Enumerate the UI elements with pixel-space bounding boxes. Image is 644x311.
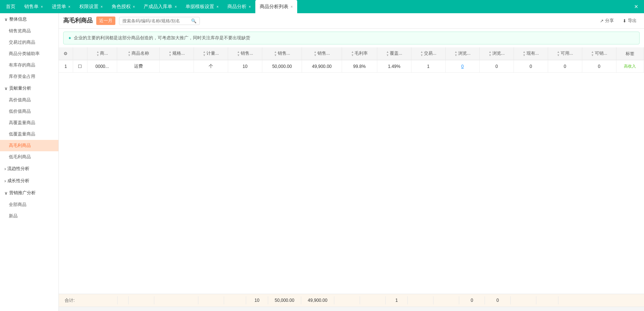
footer-label: 合计: (59, 297, 103, 304)
search-icon[interactable]: 🔍 (191, 18, 197, 23)
cell-browse1: 0 (445, 60, 479, 73)
sidebar-group-growth[interactable]: ›成长性分析 (0, 175, 58, 187)
col-header-gross-rate[interactable]: ▲▼毛利率 (342, 47, 377, 60)
col-header-browse1[interactable]: ▲▼浏览... (445, 47, 479, 60)
share-button[interactable]: ↗ 分享 (597, 16, 617, 25)
cell-gross-rate: 99.8% (342, 60, 377, 73)
nav-tab-label-role: 角色授权 (112, 3, 131, 10)
nav-tab-close-purchase[interactable]: × (68, 5, 71, 9)
sort-icon-name: ▲▼ (128, 50, 131, 57)
nav-tab-product-entry[interactable]: 产成品入库单× (139, 0, 181, 13)
sidebar-item-low-value[interactable]: 低价值商品 (0, 106, 58, 117)
sidebar-item-low-freq[interactable]: 低覆盖量商品 (0, 129, 58, 140)
cell-num: 1 (59, 60, 73, 73)
nav-tab-role[interactable]: 角色授权× (107, 0, 140, 13)
sort-icon-available: ▲▼ (557, 50, 560, 57)
arrow-icon-overall: ∨ (4, 17, 8, 22)
sidebar-item-high-margin[interactable]: 高毛利商品 (0, 140, 58, 151)
sidebar-group-overall[interactable]: ∨整体信息 (0, 13, 58, 25)
col-header-browse2[interactable]: ▲▼浏览... (479, 47, 514, 60)
sort-icon-current-stock: ▲▼ (523, 50, 526, 57)
sidebar-item-sales-goods[interactable]: 销售览商品 (0, 25, 58, 37)
filter-recent-month-button[interactable]: 近一月 (96, 17, 115, 25)
sidebar-group-label-growth: 成长性分析 (7, 178, 29, 184)
tag-badge: 高收入 (624, 64, 636, 68)
nav-tab-close-template[interactable]: × (216, 5, 219, 9)
nav-tab-permission[interactable]: 权限设置× (75, 0, 107, 13)
bottom-scrollbar[interactable] (59, 307, 644, 311)
sort-icon-coverage: ▲▼ (386, 50, 389, 57)
cell-sales-qty: 10 (228, 60, 262, 73)
col-header-sales-cost[interactable]: ▲▼销售... (302, 47, 342, 60)
cell-saleable: 0 (582, 60, 616, 73)
nav-tab-close-analysis[interactable]: × (249, 5, 251, 9)
cell-code: 0000... (87, 60, 117, 73)
header-actions: ↗ 分享 ⬇ 导出 (597, 16, 640, 25)
col-header-current-stock[interactable]: ▲▼现有... (514, 47, 548, 60)
nav-tab-close-sales[interactable]: × (41, 5, 43, 9)
nav-tab-sales[interactable]: 销售单× (20, 0, 47, 13)
arrow-icon-marketing: ∨ (4, 191, 8, 196)
col-header-available[interactable]: ▲▼可用... (548, 47, 582, 60)
col-header-sales-amount[interactable]: ▲▼销售... (262, 47, 302, 60)
table-container: ⚙▲▼商...▲▼商品名称▲▼规格...▲▼计量...▲▼销售...▲▼销售..… (59, 47, 644, 294)
nav-tab-close-analysis-list[interactable]: × (291, 5, 293, 9)
sort-icon-sales-qty: ▲▼ (237, 50, 240, 57)
sidebar-group-profit[interactable]: ∨贡献量分析 (0, 82, 58, 94)
sidebar-item-stocked-goods[interactable]: 有库存的商品 (0, 59, 58, 71)
col-header-saleable[interactable]: ▲▼可销... (582, 47, 616, 60)
sidebar-item-high-value[interactable]: 高价值商品 (0, 94, 58, 106)
sidebar-group-marketing[interactable]: ∨营销推广分析 (0, 187, 58, 199)
sidebar-item-label-all-goods: 全部商品 (9, 202, 26, 207)
nav-tab-label-permission: 权限设置 (79, 3, 98, 10)
info-banner: ✦ 企业的主要的利润都是这部分商品创造的，可考虑加大推广，同时关注库存是不要出现… (63, 32, 640, 44)
col-header-transaction[interactable]: ▲▼交易... (411, 47, 445, 60)
col-header-coverage[interactable]: ▲▼覆盖... (377, 47, 411, 60)
col-header-spec[interactable]: ▲▼规格... (160, 47, 194, 60)
sidebar-item-stock-capital[interactable]: 库存资金占用 (0, 71, 58, 82)
cell-name: 运费 (117, 60, 160, 73)
col-header-name[interactable]: ▲▼商品名称 (117, 47, 160, 60)
sidebar-group-trend[interactable]: ›流趋性分析 (0, 163, 58, 175)
sidebar-item-category-assist[interactable]: 商品分类辅助率 (0, 48, 58, 59)
nav-tab-analysis-list[interactable]: 商品分析列表× (255, 0, 297, 13)
window-close-button[interactable]: × (630, 0, 643, 13)
col-header-code[interactable]: ▲▼商... (87, 47, 117, 60)
sort-icon-sales-amount: ▲▼ (274, 50, 277, 57)
sidebar-item-low-margin[interactable]: 低毛利商品 (0, 151, 58, 163)
footer-cell-4 (198, 296, 224, 304)
nav-tab-close-role[interactable]: × (133, 5, 135, 9)
footer-cell-5 (224, 296, 246, 304)
sidebar-item-new-goods[interactable]: 新品 (0, 210, 58, 222)
content-area: 高毛利商品 近一月 🔍 ↗ 分享 ⬇ 导出 ✦ 企业的主要的利润都是这部分商品创… (59, 13, 644, 311)
nav-tab-home[interactable]: 首页 (1, 0, 20, 13)
cell-checkbox[interactable]: ☐ (73, 60, 87, 73)
table-footer: 合计: 1050,000.0049,900.00100 (59, 294, 644, 307)
nav-tab-close-permission[interactable]: × (101, 5, 103, 9)
sidebar-item-label-stock-capital: 库存资金占用 (9, 74, 35, 79)
footer-cell-11: 1 (386, 296, 408, 304)
cell-available: 0 (548, 60, 582, 73)
nav-tab-purchase[interactable]: 进货单× (47, 0, 75, 13)
nav-tab-template[interactable]: 单据模板设置× (181, 0, 223, 13)
sidebar-item-traded-goods[interactable]: 交易过的商品 (0, 37, 58, 48)
col-header-checkbox (73, 47, 87, 60)
footer-cell-10 (360, 296, 386, 304)
export-button[interactable]: ⬇ 导出 (620, 16, 640, 25)
link-value[interactable]: 0 (461, 64, 464, 69)
sidebar-item-high-freq[interactable]: 高覆盖量商品 (0, 117, 58, 129)
search-box[interactable]: 🔍 (119, 17, 200, 25)
cell-transaction: 1 (411, 60, 445, 73)
sidebar-item-label-category-assist: 商品分类辅助率 (9, 51, 40, 56)
col-header-sales-qty[interactable]: ▲▼销售... (228, 47, 262, 60)
col-header-unit[interactable]: ▲▼计量... (194, 47, 228, 60)
cell-spec (160, 60, 194, 73)
table-row: 1☐0000...运费个1050,000.0049,900.0099.8%1.4… (59, 60, 644, 73)
nav-tab-label-analysis-list: 商品分析列表 (260, 3, 288, 10)
sidebar-item-all-goods[interactable]: 全部商品 (0, 199, 58, 210)
search-input[interactable] (122, 18, 190, 23)
nav-tab-close-product-entry[interactable]: × (175, 5, 177, 9)
sidebar-item-label-low-value: 低价值商品 (9, 109, 31, 114)
nav-tab-label-purchase: 进货单 (52, 3, 66, 10)
nav-tab-analysis[interactable]: 商品分析× (223, 0, 255, 13)
